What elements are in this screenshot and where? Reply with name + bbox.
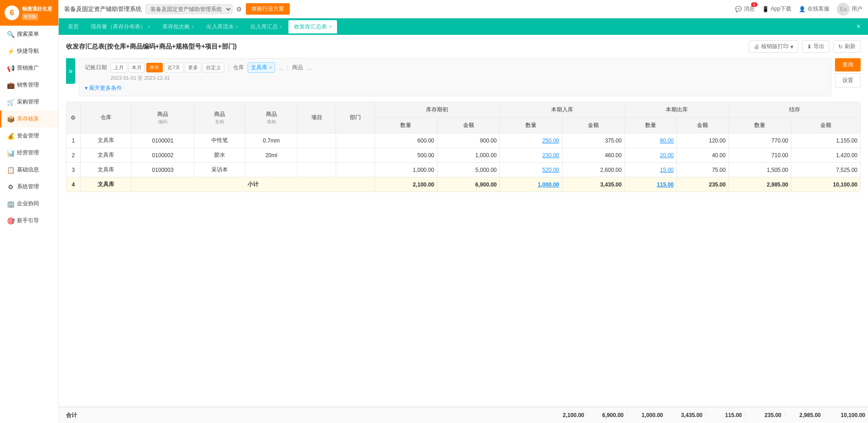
date-btn-this-year[interactable]: 本年 (146, 63, 163, 72)
gear-button[interactable]: ⚙ (236, 5, 242, 13)
sidebar-logo[interactable]: 6 畅捷通好生意 标准版 (0, 0, 58, 26)
row-balance-amt: 1,155.00 (791, 133, 860, 148)
warehouse-label: 仓库 (233, 64, 244, 71)
row-balance-qty: 1,505.00 (729, 163, 791, 177)
sidebar-item-sales[interactable]: 💼销售管理 (0, 77, 58, 93)
footer-balance-amt: 10,100.00 (827, 412, 868, 418)
sidebar-item-marketing[interactable]: 📢营销推广 (0, 60, 58, 77)
tab-label-home: 首页 (68, 23, 79, 31)
date-btn-7days[interactable]: 近7天 (164, 63, 183, 72)
query-button[interactable]: 查询 (835, 58, 861, 71)
export-button[interactable]: ⬇ 导出 (802, 40, 829, 53)
col-out-header: 本期出库 (625, 102, 729, 118)
row-out-qty[interactable]: 15.00 (625, 163, 676, 177)
logo-icon: 6 (5, 5, 19, 20)
date-btn-last-month[interactable]: 上月 (111, 63, 127, 72)
system-select[interactable]: 装备及固定资产辅助管理系统 (145, 4, 232, 14)
col-product-spec-header: 商品规格 (245, 102, 297, 133)
tab-close-stock-dist[interactable]: × (148, 24, 150, 29)
tab-receive-send[interactable]: 收发存汇总表× (288, 20, 337, 33)
warehouse-remove[interactable]: × (269, 65, 272, 70)
row-product-name: 胶水 (194, 148, 245, 163)
settings-icon[interactable]: ⚙ (71, 115, 76, 121)
tab-close-inout-flow[interactable]: × (236, 24, 238, 29)
page-title-row: 收发存汇总表(按仓库+商品编码+商品+规格型号+项目+部门) 🖨 核销版打印 ▾… (66, 40, 861, 53)
subtotal-balance-qty: 2,985.00 (729, 177, 791, 192)
row-out-qty[interactable]: 20.00 (625, 148, 676, 163)
expand-more-btn[interactable]: ▾ 展开更多条件 (85, 84, 122, 92)
sidebar-item-operation[interactable]: 📊经营管理 (0, 144, 58, 161)
date-btn-more[interactable]: 更多 (185, 63, 201, 72)
row-product-code: 0100001 (132, 133, 194, 148)
row-warehouse: 文具库 (80, 133, 132, 148)
subtotal-warehouse: 文具库 (80, 177, 132, 192)
row-opening-qty: 500.00 (375, 148, 437, 163)
sidebar-item-inventory[interactable]: 📦库存核算 (0, 110, 58, 127)
row-balance-qty: 770.00 (729, 133, 791, 148)
sidebar-item-search[interactable]: 🔍搜索菜单 (0, 26, 58, 43)
product-more-btn[interactable]: ... (307, 65, 311, 71)
top-header: 装备及固定资产辅助管理系统 装备及固定资产辅助管理系统 ⚙ 体验行业方案 💬 消… (59, 0, 868, 18)
row-in-qty[interactable]: 250.00 (500, 133, 562, 148)
app-download-action[interactable]: 📱 App下载 (762, 5, 791, 13)
tab-label-batch: 库存批次账 (162, 23, 190, 31)
tab-batch[interactable]: 库存批次账× (157, 20, 200, 33)
sidebar-icon-inventory: 📦 (7, 115, 14, 123)
row-project (297, 133, 336, 148)
sidebar-item-basic[interactable]: 📋基础信息 (0, 161, 58, 178)
col-in-amt: 金额 (562, 118, 625, 133)
sidebar-item-purchase[interactable]: 🛒采购管理 (0, 93, 58, 110)
tab-label-stock-dist: 现存量（库存分布表） (91, 23, 146, 31)
sidebar-icon-system: ⚙ (7, 183, 14, 191)
tab-home[interactable]: 首页 (62, 20, 84, 33)
subtotal-out-qty[interactable]: 115.00 (625, 177, 676, 192)
subtotal-in-qty[interactable]: 1,000.00 (500, 177, 562, 192)
online-service-action[interactable]: 👤 在线客服 (799, 5, 829, 13)
table-settings-button[interactable]: 设置 (835, 73, 861, 88)
col-opening-header: 库存期初 (375, 102, 500, 118)
row-department (336, 133, 375, 148)
tab-close-receive-send[interactable]: × (329, 24, 332, 29)
refresh-icon: ↻ (838, 44, 843, 50)
sidebar-label-inventory: 库存核算 (17, 115, 39, 123)
table-row: 3 文具库 0100003 采访本 1,000.00 5,000.00 520.… (66, 163, 860, 177)
user-action[interactable]: Ea 用户 (837, 3, 862, 16)
sidebar-item-finance[interactable]: 💰资金管理 (0, 127, 58, 144)
date-btn-this-month[interactable]: 本月 (128, 63, 145, 72)
tab-close-batch[interactable]: × (192, 24, 194, 29)
filter-toggle[interactable]: » (66, 58, 75, 84)
footer-opening-amt: 6,900.00 (590, 412, 627, 418)
sidebar-label-basic: 基础信息 (17, 166, 39, 174)
row-in-qty[interactable]: 520.00 (500, 163, 562, 177)
sidebar-item-enterprise[interactable]: 🏢企业协同 (0, 195, 58, 212)
footer-out-amt: 235.00 (748, 412, 785, 418)
sidebar-item-system[interactable]: ⚙系统管理 (0, 178, 58, 195)
row-product-spec: 20ml (245, 148, 297, 163)
tab-close-inout-summary[interactable]: × (280, 24, 282, 29)
row-in-qty[interactable]: 230.00 (500, 148, 562, 163)
tab-stock-dist[interactable]: 现存量（库存分布表）× (85, 20, 156, 33)
print-button[interactable]: 🖨 核销版打印 ▾ (749, 40, 798, 53)
subtotal-balance-amt: 10,100.00 (791, 177, 860, 192)
export-icon: ⬇ (807, 44, 812, 50)
trial-button[interactable]: 体验行业方案 (246, 3, 290, 15)
row-balance-amt: 7,525.00 (791, 163, 860, 177)
col-out-qty: 数量 (625, 118, 676, 133)
sidebar-item-guide[interactable]: 🎯新手引导 (0, 212, 58, 229)
sidebar-label-enterprise: 企业协同 (17, 200, 39, 208)
sidebar-icon-quick-nav: ⚡ (7, 48, 14, 55)
tabbar-close[interactable]: × (853, 22, 864, 31)
tab-inout-flow[interactable]: 出入库流水× (201, 20, 244, 33)
tab-inout-summary[interactable]: 出入库汇总× (245, 20, 288, 33)
service-icon: 👤 (799, 6, 806, 12)
date-btn-custom[interactable]: 自定义 (203, 63, 224, 72)
row-project (297, 163, 336, 177)
sidebar-item-quick-nav[interactable]: ⚡快捷导航 (0, 43, 58, 60)
filter-actions: 查询 设置 (831, 58, 861, 88)
sidebar-label-system: 系统管理 (17, 183, 39, 191)
row-out-qty[interactable]: 80.00 (625, 133, 676, 148)
message-action[interactable]: 💬 消息 6 (735, 5, 755, 13)
subtotal-opening-qty: 2,100.00 (375, 177, 437, 192)
refresh-button[interactable]: ↻ 刷新 (833, 40, 861, 53)
warehouse-more-btn[interactable]: ... (279, 65, 283, 71)
